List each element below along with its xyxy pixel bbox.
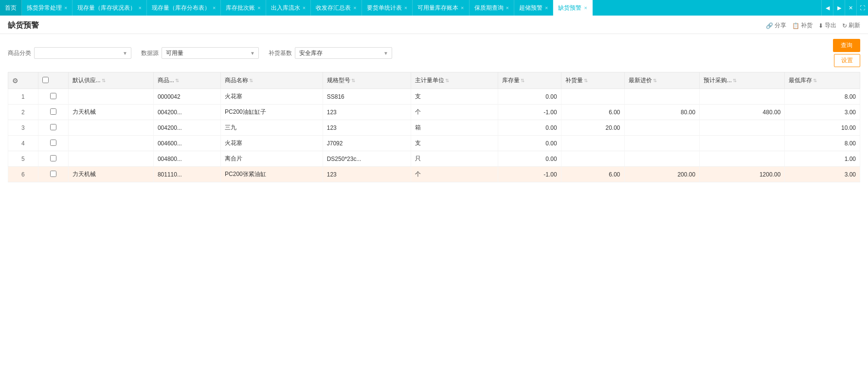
- nav-tab-超储预警[interactable]: 超储预警×: [514, 0, 553, 16]
- row-spec: DS250*23c...: [323, 151, 411, 167]
- row-product-code: 004200...: [153, 120, 220, 136]
- replenish-sort-icon: ⇅: [584, 78, 588, 83]
- main-content: 缺货预警 🔗 分享 📋 补货 ⬇ 导出 ↻ 刷新 商品分类: [0, 16, 868, 387]
- close-tab-icon[interactable]: ×: [353, 5, 356, 11]
- col-replenish: 补货量⇅: [561, 72, 624, 89]
- row-checkbox[interactable]: [50, 171, 56, 177]
- row-est-purchase: [700, 89, 785, 105]
- nav-tab-现存量库存状况表[interactable]: 现存量（库存状况表）×: [72, 0, 146, 16]
- nav-left-arrow[interactable]: ◀: [821, 0, 833, 16]
- row-replenish: 20.00: [561, 120, 624, 136]
- row-checkbox[interactable]: [50, 140, 56, 146]
- replenish-base-label: 补货基数: [269, 49, 292, 57]
- share-button[interactable]: 🔗 分享: [766, 21, 786, 30]
- row-num: 1: [8, 89, 38, 105]
- close-tab-icon[interactable]: ×: [461, 5, 464, 11]
- row-checkbox[interactable]: [50, 155, 56, 161]
- close-tab-icon[interactable]: ×: [303, 5, 306, 11]
- col-gear: ⚙: [8, 72, 38, 89]
- col-product-name: 商品名称⇅: [221, 72, 323, 89]
- row-checkbox[interactable]: [50, 93, 56, 99]
- row-unit: 支: [411, 136, 498, 151]
- category-select[interactable]: [34, 47, 131, 59]
- row-min-stock: 3.00: [785, 105, 860, 120]
- refresh-button[interactable]: ↻ 刷新: [842, 21, 860, 30]
- nav-right-arrow[interactable]: ▶: [833, 0, 845, 16]
- row-supplier: [68, 136, 153, 151]
- unit-sort-icon: ⇅: [445, 78, 449, 83]
- row-spec: J7092: [323, 136, 411, 151]
- row-latest-price: 200.00: [624, 167, 700, 182]
- row-num: 3: [8, 120, 38, 136]
- nav-tab-出入库流水[interactable]: 出入库流水×: [266, 0, 311, 16]
- row-latest-price: 80.00: [624, 105, 700, 120]
- row-min-stock: 10.00: [785, 120, 860, 136]
- row-checkbox[interactable]: [50, 124, 56, 130]
- replenish-base-filter-group: 补货基数 安全库存: [269, 47, 392, 59]
- close-tab-icon[interactable]: ×: [64, 5, 67, 11]
- replenish-base-select[interactable]: 安全库存: [295, 47, 392, 59]
- export-button[interactable]: ⬇ 导出: [818, 21, 836, 30]
- nav-tab-保质期查询[interactable]: 保质期查询×: [470, 0, 514, 16]
- close-tab-icon[interactable]: ×: [545, 5, 548, 11]
- col-checkbox: [38, 72, 68, 89]
- table-row: 2力天机械004200...PC200油缸缸子123个-1.006.0080.0…: [8, 105, 860, 120]
- table-header-row: ⚙ 默认供应...⇅ 商品...⇅ 商品名称⇅ 规格型号⇅ 主计量单位⇅ 库存量…: [8, 72, 860, 89]
- row-unit: 只: [411, 151, 498, 167]
- category-filter-group: 商品分类: [8, 47, 131, 59]
- nav-tab-要货单统计表[interactable]: 要货单统计表×: [362, 0, 413, 16]
- nav-arrows: ◀ ▶ ✕ ⛶: [821, 0, 868, 16]
- row-product-name: 火花塞: [221, 89, 323, 105]
- datasource-label: 数据源: [141, 49, 159, 57]
- col-min-stock: 最低库存⇅: [785, 72, 860, 89]
- header-actions: 🔗 分享 📋 补货 ⬇ 导出 ↻ 刷新: [766, 21, 860, 30]
- min-stock-sort-icon: ⇅: [813, 78, 817, 83]
- row-supplier: [68, 120, 153, 136]
- row-unit: 个: [411, 105, 498, 120]
- export-icon: ⬇: [818, 22, 823, 29]
- close-tab-icon[interactable]: ×: [404, 5, 407, 11]
- row-checkbox[interactable]: [50, 108, 56, 115]
- close-tab-icon[interactable]: ×: [213, 5, 216, 11]
- col-latest-price: 最新进价⇅: [624, 72, 700, 89]
- replenish-base-select-wrapper: 安全库存: [295, 47, 392, 59]
- row-checkbox-cell: [38, 89, 68, 105]
- datasource-select-wrapper: 可用量: [162, 47, 259, 59]
- filter-right-actions: 查询 设置: [833, 39, 860, 67]
- close-tab-icon[interactable]: ×: [584, 5, 587, 11]
- row-product-code: 004600...: [153, 136, 220, 151]
- close-tab-icon[interactable]: ×: [138, 5, 141, 11]
- row-checkbox-cell: [38, 120, 68, 136]
- col-supplier: 默认供应...⇅: [68, 72, 153, 89]
- row-product-name: PC200油缸缸子: [221, 105, 323, 120]
- gear-icon[interactable]: ⚙: [12, 77, 18, 85]
- nav-tab-可用量库存账本[interactable]: 可用量库存账本×: [413, 0, 469, 16]
- row-product-name: PC200张紧油缸: [221, 167, 323, 182]
- row-replenish: 6.00: [561, 105, 624, 120]
- row-est-purchase: [700, 120, 785, 136]
- row-checkbox-cell: [38, 151, 68, 167]
- row-stock: 0.00: [498, 89, 561, 105]
- nav-fullscreen[interactable]: ⛶: [856, 0, 868, 16]
- nav-tab-拣货异常处理[interactable]: 拣货异常处理×: [22, 0, 72, 16]
- close-tab-icon[interactable]: ×: [506, 5, 509, 11]
- nav-tab-首页[interactable]: 首页: [0, 0, 22, 16]
- row-checkbox-cell: [38, 105, 68, 120]
- nav-tab-收发存汇总表[interactable]: 收发存汇总表×: [311, 0, 362, 16]
- row-stock: -1.00: [498, 167, 561, 182]
- category-select-wrapper: [34, 47, 131, 59]
- row-unit: 个: [411, 167, 498, 182]
- row-supplier: [68, 151, 153, 167]
- query-button[interactable]: 查询: [833, 39, 860, 52]
- nav-close-tab[interactable]: ✕: [845, 0, 856, 16]
- nav-tab-现存量库存分布表[interactable]: 现存量（库存分布表）×: [147, 0, 221, 16]
- select-all-checkbox[interactable]: [42, 77, 49, 83]
- nav-tab-库存批次账[interactable]: 库存批次账×: [221, 0, 266, 16]
- product-code-sort-icon: ⇅: [175, 78, 179, 83]
- close-tab-icon[interactable]: ×: [257, 5, 260, 11]
- nav-tab-缺货预警[interactable]: 缺货预警×: [553, 0, 592, 16]
- datasource-select[interactable]: 可用量: [162, 47, 259, 59]
- latest-price-sort-icon: ⇅: [653, 78, 657, 83]
- settings-button[interactable]: 设置: [834, 54, 860, 67]
- replenish-button[interactable]: 📋 补货: [792, 21, 813, 30]
